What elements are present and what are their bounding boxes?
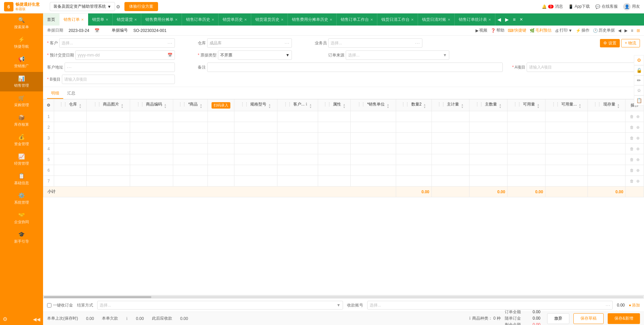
- print-btn[interactable]: 🖨 打印 ▼: [555, 28, 572, 33]
- quick-order-checkbox[interactable]: 一键收订金: [47, 302, 73, 308]
- right-btn-lock[interactable]: 🔒: [634, 65, 644, 75]
- tab-order-workbench[interactable]: 销售订单工作台 ✕: [337, 13, 377, 26]
- col-spec[interactable]: ⋮⋮ 规格型号 ▲▼: [234, 99, 277, 111]
- tab-close-icon[interactable]: ✕: [175, 18, 178, 22]
- delete-icon[interactable]: 🗑: [630, 125, 634, 130]
- right-btn-edit[interactable]: ✏: [634, 75, 644, 85]
- invoice-type-select[interactable]: 不开票 ▼: [218, 50, 292, 60]
- salesman-input[interactable]: 选择... ···: [328, 38, 422, 48]
- sidebar-item-basic-info[interactable]: 📋 基础信息: [0, 169, 43, 189]
- tab-close-icon[interactable]: ✕: [81, 18, 84, 22]
- copy-icon[interactable]: ⊕: [636, 157, 640, 162]
- tab-close-icon[interactable]: ✕: [212, 18, 214, 22]
- scan-button[interactable]: 扫码录入: [212, 102, 230, 109]
- delete-icon[interactable]: 🗑: [630, 136, 634, 140]
- col-avail-qty2[interactable]: ⋮⋮ 可用量... ▲▼: [545, 99, 588, 111]
- nav-prev-icon[interactable]: ◀: [618, 28, 621, 33]
- delete-icon[interactable]: 🗑: [630, 147, 634, 151]
- sidebar-item-sales[interactable]: 📊 销售管理: [0, 72, 43, 91]
- profit-btn[interactable]: 🌿 毛利预估: [530, 28, 552, 33]
- collapse-icon[interactable]: ◀◀: [33, 317, 40, 322]
- warehouse-input[interactable]: 成品库 ···: [207, 38, 292, 48]
- sidebar-item-purchase[interactable]: 🛒 采购管理: [0, 91, 43, 111]
- tab-close-icon[interactable]: ✕: [488, 18, 491, 22]
- remark-input[interactable]: [207, 63, 503, 72]
- tab-more-btn[interactable]: ≡: [511, 17, 518, 22]
- tab-summary[interactable]: 汇总: [63, 88, 79, 99]
- address-input[interactable]: ···: [65, 63, 175, 72]
- tab-return-history[interactable]: 销货退货历史 ✕: [251, 13, 288, 26]
- settings-bottom-icon[interactable]: ⚙: [3, 316, 7, 322]
- scrollbar-thumb[interactable]: [44, 296, 151, 298]
- delete-icon[interactable]: 🗑: [630, 179, 634, 184]
- tab-prev-btn[interactable]: ◀: [495, 17, 503, 22]
- quick-order-check[interactable]: [47, 303, 51, 308]
- payment-input[interactable]: 选择... ▼: [97, 301, 343, 310]
- customer-input[interactable]: 选择... ···: [59, 38, 175, 48]
- user-item[interactable]: 👤 用友: [623, 3, 640, 10]
- col-scan[interactable]: 扫码录入: [208, 99, 234, 111]
- col-product[interactable]: ⋮⋮ *商品 ▲▼: [173, 99, 207, 111]
- col-unit[interactable]: ⋮⋮ *销售单位 ▲▼: [351, 99, 396, 111]
- col-settings[interactable]: ⚙: [43, 99, 54, 111]
- help-btn[interactable]: ❓ 帮助: [491, 28, 504, 33]
- settings-button[interactable]: ⚙ 设置: [600, 39, 619, 47]
- calendar-icon[interactable]: 📅: [94, 28, 100, 33]
- delete-icon[interactable]: 🗑: [630, 157, 634, 162]
- copy-icon[interactable]: ⊕: [636, 136, 640, 140]
- col-avail-qty[interactable]: ⋮⋮ 可用量 ▲▼: [507, 99, 545, 111]
- tab-close-all-btn[interactable]: ✕: [518, 17, 525, 22]
- delete-icon[interactable]: 🗑: [630, 114, 634, 119]
- col-current-qty[interactable]: ⋮⋮ 现存量 ▲▼: [588, 99, 626, 111]
- col-customer-code[interactable]: ⋮⋮ 客户... ℹ ▲▼: [277, 99, 318, 111]
- copy-icon[interactable]: ⊕: [636, 179, 640, 184]
- tab-order-history[interactable]: 销售订单历史 ✕: [182, 13, 219, 26]
- sidebar-item-management[interactable]: 📈 经营管理: [0, 150, 43, 169]
- nav-next-icon[interactable]: ▶: [624, 28, 628, 33]
- tab-daily-reconcile[interactable]: 钱货日清对账 ✕: [418, 13, 455, 26]
- sidebar-item-search[interactable]: 🔍 搜索菜单: [0, 13, 43, 33]
- right-btn-star[interactable]: ☆: [634, 85, 644, 95]
- col-warehouse[interactable]: ⋮⋮ 仓库 ▲▼: [54, 99, 87, 111]
- sidebar-item-inventory[interactable]: 📦 库存核算: [0, 111, 43, 130]
- save-draft-button[interactable]: 保存草稿: [573, 313, 604, 324]
- sidebar-item-quicknav[interactable]: ⚡ 快捷导航: [0, 33, 43, 52]
- tab-home[interactable]: 首页: [43, 13, 60, 26]
- notification-item[interactable]: 🔔 9 消息: [542, 4, 563, 9]
- tab-close-icon[interactable]: ✕: [411, 18, 414, 22]
- tab-daily-workbench[interactable]: 钱货日清工作台 ✕: [377, 13, 418, 26]
- expand-icon[interactable]: ⊞: [637, 28, 640, 33]
- right-btn-clipboard[interactable]: 📋: [634, 95, 644, 106]
- copy-icon[interactable]: ⊕: [636, 147, 640, 151]
- tab-close-icon[interactable]: ✕: [281, 18, 283, 22]
- table-scrollbar[interactable]: [43, 295, 644, 298]
- a-project-input[interactable]: 请输入A项目: [527, 63, 640, 72]
- sidebar-item-enterprise[interactable]: 🤝 企业协同: [0, 208, 43, 228]
- tab-close-icon[interactable]: ✕: [448, 18, 450, 22]
- gear-icon[interactable]: ⚙: [115, 3, 122, 10]
- sidebar-item-guide[interactable]: 🎓 新手引导: [0, 228, 43, 247]
- delivery-date-input[interactable]: yyyy-mm-dd 📅: [75, 50, 175, 60]
- col-attribute[interactable]: ⋮⋮ 属性 ▲▼: [318, 99, 350, 111]
- view-btn[interactable]: ▶ 视频: [476, 28, 487, 33]
- right-btn-settings[interactable]: ⚙: [634, 55, 644, 65]
- tab-sales-expense[interactable]: 销售费用分摊单 ✕: [141, 13, 182, 26]
- account-input[interactable]: 选择... ···: [367, 301, 613, 310]
- tab-order-stats[interactable]: 销售订单统计表 ✕: [455, 13, 495, 26]
- b-project-input[interactable]: 请输入B项目: [62, 75, 175, 84]
- add-payment-btn[interactable]: ● 添加: [629, 302, 640, 308]
- tab-close-icon[interactable]: ✕: [370, 18, 373, 22]
- sidebar-item-finance[interactable]: 💰 资金管理: [0, 130, 43, 150]
- tab-expense-history[interactable]: 销售费用分摊单历史 ✕: [288, 13, 337, 26]
- tab-close-icon[interactable]: ✕: [330, 18, 332, 22]
- tab-sales-return[interactable]: 销货退货 ✕: [113, 13, 141, 26]
- delete-icon[interactable]: 🗑: [630, 168, 634, 173]
- shortcut-btn[interactable]: ⌨ 快捷键: [508, 28, 526, 33]
- tab-close-icon[interactable]: ✕: [106, 18, 108, 22]
- discard-button[interactable]: 放弃: [547, 313, 569, 324]
- col-qty2[interactable]: ⋮⋮ 数量2 ▲▼: [396, 99, 431, 111]
- sidebar-item-system[interactable]: ⚙️ 系统管理: [0, 189, 43, 208]
- sidebar-item-marketing[interactable]: 📢 营销推广: [0, 52, 43, 72]
- col-main-unit[interactable]: ⋮⋮ 主计量 ▲▼: [431, 99, 469, 111]
- online-service-item[interactable]: 💬 在线客服: [595, 4, 618, 9]
